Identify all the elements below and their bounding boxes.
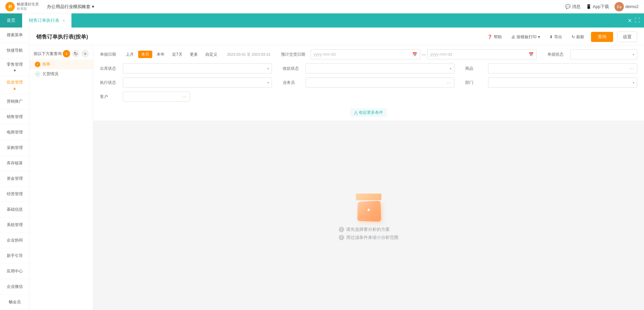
print-chevron-icon: ▾ bbox=[538, 35, 540, 39]
sidebar-member-label: 畅会员 bbox=[9, 299, 21, 305]
window-expand-icon[interactable]: ⛶ bbox=[635, 17, 640, 23]
empty-state: ★ 1 请先选择要分析的方案 2 用过滤条件来缩小分析范围 bbox=[339, 191, 398, 241]
page-header-actions: ❓ 帮助 🖨 按模板打印 ▾ ⬇ 导出 ↻ 刷新 查询 设置 bbox=[485, 32, 637, 42]
date-tag-last-month[interactable]: 上月 bbox=[123, 51, 137, 58]
plan-dot-active: ✓ bbox=[35, 62, 40, 67]
sidebar-item-basic-info[interactable]: 基础信息 bbox=[0, 202, 29, 217]
expected-date-end[interactable]: yyyy-mm-dd 📅 bbox=[427, 49, 537, 59]
breadcrumb[interactable]: 办公用品行业模拟账套 ▾ bbox=[47, 4, 94, 10]
tab-bar: 首页 销售订单执行表 × ✕ ⛶ bbox=[0, 13, 644, 28]
dept-chevron-icon: ▾ bbox=[633, 81, 634, 85]
content-area: 销售订单执行表(按单) ❓ 帮助 🖨 按模板打印 ▾ ⬇ 导出 ↻ 刷新 bbox=[30, 28, 644, 310]
payment-select[interactable]: ▾ bbox=[306, 63, 455, 73]
message-icon: 💬 bbox=[565, 4, 571, 9]
sidebar-item-marketing[interactable]: 营销推广 bbox=[0, 94, 29, 109]
status-label: 单据状态 bbox=[547, 52, 565, 57]
customer-ellipsis-icon[interactable]: ··· bbox=[182, 94, 187, 99]
sidebar-item-inventory-check[interactable]: 库存核算 bbox=[0, 156, 29, 171]
salesperson-select[interactable]: ··· bbox=[306, 78, 455, 88]
filter-row-3: 执行状态 ▾ 业务员 ··· 部门 ▾ bbox=[100, 78, 637, 88]
sidebar-item-ecommerce-mgmt[interactable]: 电商管理 bbox=[0, 125, 29, 140]
refresh-plan-icon: ↻ bbox=[74, 51, 78, 56]
sidebar-quick-nav-label: 快捷导航 bbox=[7, 48, 23, 53]
export-label: 导出 bbox=[554, 34, 562, 40]
payment-label: 收款状态 bbox=[283, 66, 300, 71]
add-plan-button[interactable]: + bbox=[63, 50, 70, 57]
plan-item-debt[interactable]: ⊙ 欠货情况 bbox=[30, 69, 93, 79]
sidebar-item-sales-mgmt[interactable]: 销售管理 bbox=[0, 109, 29, 125]
sidebar-item-member[interactable]: 畅会员 bbox=[0, 295, 29, 310]
product-select[interactable]: ··· bbox=[488, 63, 637, 73]
date-tag-7days[interactable]: 近7天 bbox=[169, 51, 185, 58]
status-chevron-icon: ▾ bbox=[633, 53, 634, 56]
date-tag-this-year[interactable]: 本年 bbox=[154, 51, 168, 58]
app-download-label: App下载 bbox=[593, 4, 609, 10]
status-select[interactable]: ▾ bbox=[570, 49, 637, 59]
sidebar-item-new-user-guide[interactable]: 新手引导 bbox=[0, 248, 29, 264]
sidebar-item-enterprise-wechat[interactable]: 企业微信 bbox=[0, 279, 29, 295]
date-tag-custom[interactable]: 自定义 bbox=[202, 51, 220, 58]
sidebar-item-quick-nav[interactable]: 快捷导航 bbox=[0, 43, 29, 58]
dept-select[interactable]: ▾ bbox=[488, 78, 637, 88]
sidebar-item-retail-mgmt[interactable]: 零售管理 ▾ bbox=[0, 58, 29, 76]
page-header: 销售订单执行表(按单) ❓ 帮助 🖨 按模板打印 ▾ ⬇ 导出 ↻ 刷新 bbox=[30, 28, 644, 45]
refresh-plan-button[interactable]: ↻ bbox=[72, 50, 79, 57]
sidebar-item-enterprise-collab[interactable]: 企业协同 bbox=[0, 233, 29, 248]
app-download-button[interactable]: 📱 App下载 bbox=[586, 4, 609, 10]
tab-active-label: 销售订单执行表 bbox=[29, 17, 59, 23]
sidebar-ecommerce-label: 电商管理 bbox=[7, 130, 23, 135]
settings-button[interactable]: 设置 bbox=[617, 32, 637, 42]
sidebar-search-menu-label: 搜索菜单 bbox=[7, 32, 23, 38]
export-button[interactable]: ⬇ 导出 bbox=[547, 33, 565, 41]
sidebar-item-wholesale-mgmt[interactable]: 批发管理 ▲ bbox=[0, 76, 29, 94]
sidebar-item-purchase-mgmt[interactable]: 采购管理 bbox=[0, 140, 29, 156]
salesperson-ellipsis-icon[interactable]: ··· bbox=[447, 80, 452, 85]
logo-text-area: 畅捷通好生意 标准版 bbox=[17, 2, 39, 11]
date-tag-more[interactable]: 更多 bbox=[187, 51, 201, 58]
print-button[interactable]: 🖨 按模板打印 ▾ bbox=[508, 33, 543, 41]
tip-text-2: 用过滤条件来缩小分析范围 bbox=[346, 235, 398, 241]
window-close-icon[interactable]: ✕ bbox=[628, 17, 632, 24]
collapse-filters-label: 收起更多条件 bbox=[359, 110, 383, 115]
tab-home[interactable]: 首页 bbox=[0, 13, 22, 28]
product-label: 商品 bbox=[465, 66, 483, 71]
left-panel-actions: + ↻ « bbox=[63, 50, 89, 57]
sidebar-item-finance-mgmt[interactable]: 资金管理 bbox=[0, 171, 29, 187]
sidebar-item-system-mgmt[interactable]: 系统管理 bbox=[0, 217, 29, 233]
sidebar-item-search-menu[interactable]: 搜索菜单 bbox=[0, 28, 29, 43]
customer-select[interactable]: ··· bbox=[123, 92, 190, 102]
expected-date-start[interactable]: yyyy-mm-dd 📅 bbox=[311, 49, 420, 59]
date-tag-this-month[interactable]: 本月 bbox=[138, 51, 152, 58]
right-content: 单据日期 上月 本月 本年 近7天 更多 自定义 2023-03-01 至 20… bbox=[93, 45, 644, 310]
collapse-plan-button[interactable]: « bbox=[82, 50, 89, 57]
help-button[interactable]: ❓ 帮助 bbox=[485, 33, 504, 41]
tab-active[interactable]: 销售订单执行表 × bbox=[22, 13, 71, 28]
collapse-filters-button[interactable]: ⋀ 收起更多条件 bbox=[350, 108, 387, 117]
left-panel: 按以下方案查询 + ↻ « ✓ 按单 bbox=[30, 45, 93, 310]
dept-label: 部门 bbox=[465, 80, 483, 86]
product-ellipsis-icon[interactable]: ··· bbox=[629, 66, 634, 71]
content-body: 按以下方案查询 + ↻ « ✓ 按单 bbox=[30, 45, 644, 310]
top-header: 好 畅捷通好生意 标准版 办公用品行业模拟账套 ▾ 💬 消息 📱 App下载 E… bbox=[0, 0, 644, 13]
refresh-button[interactable]: ↻ 刷新 bbox=[569, 33, 587, 41]
sidebar-item-app-center[interactable]: 应用中心 bbox=[0, 264, 29, 279]
exec-select[interactable]: ▾ bbox=[123, 78, 272, 88]
sidebar: 搜索菜单 快捷导航 零售管理 ▾ 批发管理 ▲ 营销推广 销售管理 电商管理 采… bbox=[0, 28, 30, 310]
stock-select[interactable]: ▾ bbox=[123, 63, 272, 73]
message-button[interactable]: 💬 消息 bbox=[565, 4, 581, 10]
expected-date-end-placeholder: yyyy-mm-dd bbox=[430, 52, 452, 57]
plan-item-按单-label: 按单 bbox=[42, 61, 50, 67]
collapse-area: ⋀ 收起更多条件 bbox=[100, 106, 637, 117]
sidebar-item-ops-mgmt[interactable]: 经营管理 bbox=[0, 187, 29, 202]
payment-chevron-icon: ▾ bbox=[450, 67, 451, 70]
user-profile-button[interactable]: Ea demo2 bbox=[614, 2, 639, 11]
print-icon: 🖨 bbox=[511, 35, 515, 39]
filter-container: 单据日期 上月 本月 本年 近7天 更多 自定义 2023-03-01 至 20… bbox=[93, 45, 644, 121]
app-download-icon: 📱 bbox=[586, 4, 591, 9]
expected-date-start-placeholder: yyyy-mm-dd bbox=[314, 52, 335, 57]
top-header-right: 💬 消息 📱 App下载 Ea demo2 bbox=[565, 2, 639, 11]
plan-item-按单[interactable]: ✓ 按单 bbox=[30, 59, 93, 69]
sidebar-finance-label: 资金管理 bbox=[7, 176, 23, 182]
query-button[interactable]: 查询 bbox=[591, 32, 613, 42]
tab-close-icon[interactable]: × bbox=[63, 18, 65, 22]
